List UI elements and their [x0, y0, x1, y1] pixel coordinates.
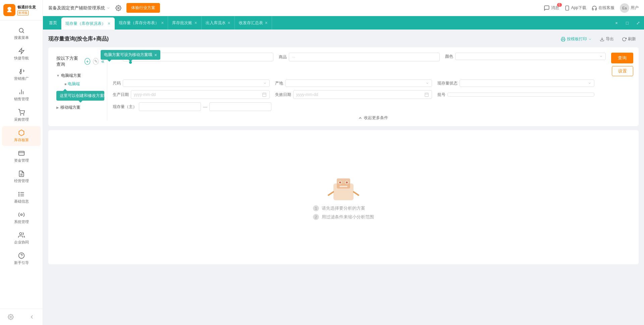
top-header: 装备及固定资产辅助管理系统 体验行业方案 消息 6 App下载 在线客服 [43, 0, 644, 16]
svg-point-41 [346, 181, 348, 183]
calendar-icon-2 [424, 92, 429, 97]
svg-point-0 [19, 28, 23, 32]
svg-rect-8 [18, 151, 24, 155]
produce-date-input[interactable]: yyyy-mm-dd [131, 90, 270, 99]
tab-inout-flow[interactable]: 出入库流水 × [202, 16, 235, 30]
message-badge: 6 [557, 3, 562, 7]
collapse-icon [358, 116, 363, 120]
app-download-label: App下载 [571, 5, 586, 11]
app-download-button[interactable]: App下载 [565, 5, 586, 11]
scheme-arrow-desktop: ▼ [56, 74, 60, 77]
stock-main-min[interactable] [139, 102, 201, 111]
scheme-icon-desktop: ■ [64, 82, 66, 86]
color-dropdown-icon [599, 55, 603, 58]
page-title: 现存量查询(按仓库+商品) [48, 36, 109, 43]
origin-select[interactable] [285, 79, 432, 87]
scheme-item-desktop-sub[interactable]: ■ 电脑端 [56, 80, 104, 88]
headset-icon [592, 5, 597, 11]
tab-close-batch-account[interactable]: × [194, 20, 197, 25]
tab-inventory-status[interactable]: 现存量（库存状况表） × [61, 17, 115, 30]
header-settings-button[interactable] [114, 3, 123, 13]
sidebar: 畅通好生意 标准版 搜索菜单 快捷导航 营销推广 销售管理 采购管理 库存核算 [0, 0, 43, 325]
sidebar-item-quick[interactable]: 快捷导航 [2, 44, 41, 64]
user-profile-button[interactable]: Ea 用户 [620, 3, 639, 13]
sidebar-item-search[interactable]: 搜索菜单 [2, 24, 41, 44]
tab-close-all-button[interactable]: × [612, 19, 621, 27]
tab-close-inout-flow[interactable]: × [228, 20, 230, 25]
stock-status-label: 现存量状态 [437, 80, 458, 86]
sidebar-item-inventory[interactable]: 库存核算 [2, 126, 41, 146]
expire-date-label: 失效日期 [275, 92, 291, 98]
svg-point-7 [23, 115, 24, 115]
stock-status-select[interactable] [460, 79, 594, 87]
tab-maximize-button[interactable]: ⤢ [634, 19, 642, 27]
filter-field-size: 尺码 [113, 79, 270, 87]
tab-close-recv-summary[interactable]: × [265, 20, 268, 25]
message-button[interactable]: 消息 6 [544, 5, 559, 11]
tab-inventory-dist[interactable]: 现存量（库存分布表） × [115, 16, 168, 30]
collapse-sidebar-icon[interactable] [27, 312, 37, 322]
sidebar-nav: 搜索菜单 快捷导航 营销推广 销售管理 采购管理 库存核算 资金管理 经营管理 [0, 20, 43, 309]
print-template-button[interactable]: 按模板打印 [558, 35, 594, 43]
settings-bottom-icon[interactable] [6, 312, 15, 322]
sidebar-item-finance[interactable]: 资金管理 [2, 147, 41, 166]
sidebar-item-guide[interactable]: 新手引导 [2, 249, 41, 269]
size-label: 尺码 [113, 80, 121, 86]
filter-main: 仓库 ··· 商品 ··· 颜色 [107, 53, 633, 121]
product-input[interactable]: ··· [289, 53, 439, 61]
filter-field-produce-date: 生产日期 yyyy-mm-dd [113, 90, 270, 99]
online-service-button[interactable]: 在线客服 [592, 5, 614, 11]
product-label: 商品 [279, 54, 287, 60]
user-avatar: Ea [620, 3, 629, 13]
svg-point-18 [20, 214, 22, 216]
page-header: 现存量查询(按仓库+商品) 按模板打印 导出 刷新 [48, 35, 639, 43]
expire-date-input[interactable]: yyyy-mm-dd [293, 90, 432, 99]
origin-dropdown-icon [426, 82, 429, 85]
svg-line-1 [22, 32, 24, 33]
tab-close-inventory-dist[interactable]: × [161, 20, 164, 25]
svg-point-6 [20, 115, 21, 115]
scheme-panel: 按以下方案查询 + ✎ « 电脑方案可设为移动方案哦 × [54, 53, 107, 121]
header-right: 消息 6 App下载 在线客服 Ea 用户 [544, 3, 639, 13]
sidebar-item-operations[interactable]: 经营管理 [2, 167, 41, 187]
scheme-item-mobile[interactable]: ▶ 移动端方案 [56, 103, 104, 112]
empty-steps: 请先选择要分析的方案 用过滤条件来缩小分析范围 [313, 205, 374, 223]
tab-batch-account[interactable]: 库存批次账 × [168, 16, 201, 30]
stock-main-max[interactable] [209, 102, 271, 111]
system-name-dropdown[interactable]: 装备及固定资产辅助管理系统 [48, 5, 110, 11]
experience-button[interactable]: 体验行业方案 [126, 3, 160, 13]
page-actions: 按模板打印 导出 刷新 [558, 35, 639, 43]
sidebar-item-purchase[interactable]: 采购管理 [2, 106, 41, 125]
tooltip1-close-button[interactable]: × [154, 52, 157, 58]
tab-restore-button[interactable]: □ [623, 19, 631, 27]
sidebar-item-sales[interactable]: 销售管理 [2, 85, 41, 105]
set-button[interactable]: 设置 [612, 66, 633, 76]
empty-state-icon [327, 172, 360, 205]
tab-close-inventory-status[interactable]: × [108, 21, 110, 26]
tab-home[interactable]: 首页 [45, 16, 61, 30]
range-dash: — [203, 104, 207, 109]
svg-point-22 [10, 316, 12, 318]
edit-scheme-button[interactable]: ✎ [93, 58, 99, 65]
tooltip2-close-button[interactable]: × [110, 93, 113, 99]
search-button[interactable]: 查询 [611, 53, 633, 63]
refresh-icon [622, 37, 627, 42]
sidebar-item-system[interactable]: 系统管理 [2, 208, 41, 228]
batch-no-input[interactable] [447, 93, 594, 97]
print-icon [561, 37, 566, 42]
add-scheme-button[interactable]: + [85, 58, 90, 65]
sidebar-item-marketing[interactable]: 营销推广 [2, 65, 41, 85]
filter-layout: 按以下方案查询 + ✎ « 电脑方案可设为移动方案哦 × [54, 53, 633, 121]
main-area: 装备及固定资产辅助管理系统 体验行业方案 消息 6 App下载 在线客服 [43, 0, 644, 325]
empty-step-1: 请先选择要分析的方案 [313, 205, 374, 211]
page-content: 现存量查询(按仓库+商品) 按模板打印 导出 刷新 [43, 30, 644, 325]
collapse-more-button[interactable]: 收起更多条件 [113, 115, 633, 121]
size-select[interactable] [123, 79, 270, 87]
sidebar-item-basic[interactable]: 基础信息 [2, 187, 41, 207]
scheme-item-desktop[interactable]: ▼ 电脑端方案 [56, 71, 104, 80]
tab-recv-summary[interactable]: 收发存汇总表 × [235, 16, 272, 30]
sidebar-item-enterprise[interactable]: 企业协同 [2, 228, 41, 248]
export-button[interactable]: 导出 [597, 35, 616, 43]
refresh-button[interactable]: 刷新 [619, 35, 639, 43]
color-select[interactable] [455, 53, 606, 60]
